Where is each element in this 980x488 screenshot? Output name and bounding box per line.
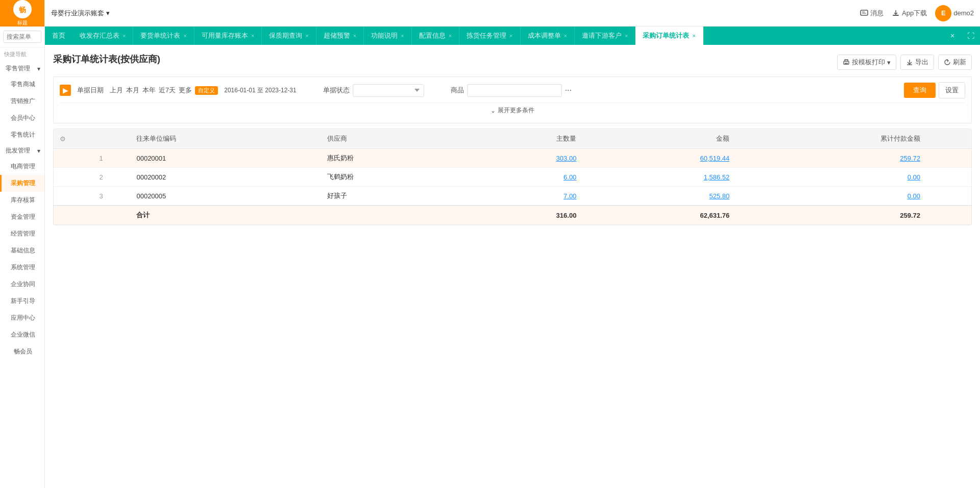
shortcut-this-month[interactable]: 本月 — [126, 86, 139, 95]
shortcut-more[interactable]: 更多 — [179, 86, 192, 95]
footer-paid-amount: 259.72 — [736, 206, 926, 225]
cell-amount[interactable]: 1,586.52 — [582, 168, 736, 187]
sidebar: 畅 标题 快捷导航 零售管理 ▾ 零售商城 营销推广 会员中心 零售统计 批发管… — [0, 0, 45, 488]
query-button[interactable]: 查询 — [904, 83, 936, 98]
cell-paid-amount[interactable]: 0.00 — [736, 168, 926, 187]
sidebar-item-inventory-check[interactable]: 库存核算 — [0, 192, 44, 209]
goods-ellipsis-button[interactable]: ··· — [565, 86, 572, 95]
shortcut-last-month[interactable]: 上月 — [110, 86, 123, 95]
table-row[interactable]: 3 00020005 好孩子 7.00 525.80 0.00 — [54, 187, 971, 206]
sidebar-item-member-center[interactable]: 会员中心 — [0, 110, 44, 126]
sidebar-item-ecommerce-mgmt[interactable]: 电商管理 — [0, 158, 44, 175]
filter-toggle-button[interactable]: ▶ — [60, 85, 71, 96]
avatar: E — [935, 5, 951, 21]
tab-close-cost-adjust[interactable]: × — [564, 33, 567, 39]
expand-more-conditions-button[interactable]: ⌄ 展开更多条件 — [60, 102, 965, 118]
sidebar-item-retail-stats[interactable]: 零售统计 — [0, 126, 44, 143]
table-row[interactable]: 1 00020001 惠氏奶粉 303.00 60,519.44 259.72 — [54, 149, 971, 168]
sidebar-item-vip-member[interactable]: 畅会员 — [0, 343, 44, 360]
message-button[interactable]: 消息 — [860, 9, 884, 18]
cell-supplier: 飞鹤奶粉 — [321, 168, 463, 187]
app-logo-text: 标题 — [17, 19, 28, 27]
sidebar-item-app-center[interactable]: 应用中心 — [0, 310, 44, 326]
table-row[interactable]: 2 00020002 飞鹤奶粉 6.00 1,586.52 0.00 — [54, 168, 971, 187]
refresh-button[interactable]: 刷新 — [938, 55, 972, 70]
user-menu[interactable]: E demo2 — [935, 5, 974, 21]
app-logo: 畅 标题 — [0, 0, 44, 27]
tab-expiry-query[interactable]: 保质期查询 × — [262, 27, 316, 45]
tab-close-pick-task-mgmt[interactable]: × — [509, 33, 512, 39]
sidebar-item-ops-mgmt[interactable]: 经营管理 — [0, 225, 44, 242]
sidebar-item-finance-mgmt[interactable]: 资金管理 — [0, 209, 44, 225]
tab-close-available-inventory[interactable]: × — [251, 33, 254, 39]
main-area: 母婴行业演示账套 ▾ 消息 App下载 E demo2 首页 — [45, 0, 980, 488]
filter-bar: ▶ 单据日期 上月 本月 本年 近7天 更多 自定义 2016-01-01 至 … — [53, 76, 972, 123]
topbar-right: 消息 App下载 E demo2 — [860, 5, 974, 21]
tab-receive-send-summary[interactable]: 收发存汇总表 × — [72, 27, 133, 45]
cell-amount[interactable]: 525.80 — [582, 187, 736, 206]
col-settings[interactable]: ⚙ — [54, 129, 72, 149]
col-amount: 金额 — [582, 129, 736, 149]
tab-config-info[interactable]: 配置信息 × — [412, 27, 459, 45]
gear-icon[interactable]: ⚙ — [60, 135, 66, 143]
cell-unit-code: 00020002 — [130, 168, 321, 187]
page-header: 采购订单统计表(按供应商) 按模板打印 ▾ 导出 刷新 — [53, 53, 972, 71]
sidebar-item-basic-info[interactable]: 基础信息 — [0, 242, 44, 259]
tab-close-config-info[interactable]: × — [449, 33, 452, 39]
tab-close-receive-send-summary[interactable]: × — [122, 33, 126, 39]
cell-main-qty[interactable]: 7.00 — [463, 187, 583, 206]
custom-date-badge[interactable]: 自定义 — [195, 86, 218, 95]
cell-amount[interactable]: 60,519.44 — [582, 149, 736, 168]
sidebar-item-retail-mgmt[interactable]: 零售管理 ▾ — [0, 61, 44, 76]
tab-purchase-order-stats[interactable]: 采购订单统计表 × — [635, 27, 703, 45]
cell-main-qty[interactable]: 6.00 — [463, 168, 583, 187]
goods-input[interactable] — [467, 84, 562, 97]
tab-invite-downstream[interactable]: 邀请下游客户 × — [575, 27, 635, 45]
search-input[interactable] — [3, 31, 41, 43]
tab-close-all-button[interactable]: × — [943, 27, 962, 45]
tab-close-invite-downstream[interactable]: × — [625, 33, 628, 39]
tab-close-overstock-warning[interactable]: × — [353, 33, 356, 39]
tab-home[interactable]: 首页 — [45, 27, 72, 45]
sidebar-item-enterprise-collab[interactable]: 企业协同 — [0, 276, 44, 293]
cell-paid-amount[interactable]: 0.00 — [736, 187, 926, 206]
tab-close-goods-single-stats[interactable]: × — [183, 33, 186, 39]
tab-close-expiry-query[interactable]: × — [305, 33, 308, 39]
export-button[interactable]: 导出 — [900, 55, 934, 70]
app-download-button[interactable]: App下载 — [892, 9, 927, 18]
tab-close-purchase-order-stats[interactable]: × — [692, 33, 695, 39]
expand-down-icon: ⌄ — [491, 107, 496, 114]
footer-seq — [72, 206, 130, 225]
tab-pick-task-mgmt[interactable]: 拣货任务管理 × — [459, 27, 520, 45]
page-header-actions: 按模板打印 ▾ 导出 刷新 — [837, 55, 972, 70]
export-icon — [906, 59, 913, 66]
status-select[interactable] — [353, 84, 424, 97]
filter-row-main: ▶ 单据日期 上月 本月 本年 近7天 更多 自定义 2016-01-01 至 … — [60, 82, 965, 98]
sidebar-item-system-mgmt[interactable]: 系统管理 — [0, 259, 44, 276]
svg-rect-3 — [893, 15, 899, 16]
tabbar-actions: × ⛶ — [943, 27, 980, 45]
cell-paid-amount[interactable]: 259.72 — [736, 149, 926, 168]
tab-overstock-warning[interactable]: 超储预警 × — [316, 27, 364, 45]
sidebar-item-enterprise-wechat[interactable]: 企业微信 — [0, 326, 44, 343]
tab-function-desc[interactable]: 功能说明 × — [364, 27, 411, 45]
print-button[interactable]: 按模板打印 ▾ — [837, 55, 896, 70]
shortcut-this-year[interactable]: 本年 — [142, 86, 156, 95]
sidebar-item-quick-nav[interactable]: 快捷导航 — [0, 47, 44, 61]
tab-cost-adjust[interactable]: 成本调整单 × — [521, 27, 575, 45]
settings-button[interactable]: 设置 — [939, 82, 965, 98]
sidebar-item-marketing[interactable]: 营销推广 — [0, 93, 44, 110]
tab-available-inventory[interactable]: 可用量库存账本 × — [194, 27, 262, 45]
shortcut-last-7-days[interactable]: 近7天 — [159, 86, 176, 95]
tab-goods-single-stats[interactable]: 要货单统计表 × — [133, 27, 194, 45]
sidebar-item-purchase-mgmt[interactable]: 采购管理 — [0, 175, 44, 192]
cell-main-qty[interactable]: 303.00 — [463, 149, 583, 168]
sidebar-item-retail-store[interactable]: 零售商城 — [0, 76, 44, 93]
sidebar-item-new-user-guide[interactable]: 新手引导 — [0, 293, 44, 310]
cell-settings — [54, 187, 72, 206]
tab-fullscreen-button[interactable]: ⛶ — [962, 27, 980, 45]
sidebar-item-wholesale-mgmt[interactable]: 批发管理 ▾ — [0, 143, 44, 158]
workspace-selector[interactable]: 母婴行业演示账套 ▾ — [51, 9, 110, 18]
sidebar-search-area — [0, 27, 44, 47]
tab-close-function-desc[interactable]: × — [401, 33, 404, 39]
